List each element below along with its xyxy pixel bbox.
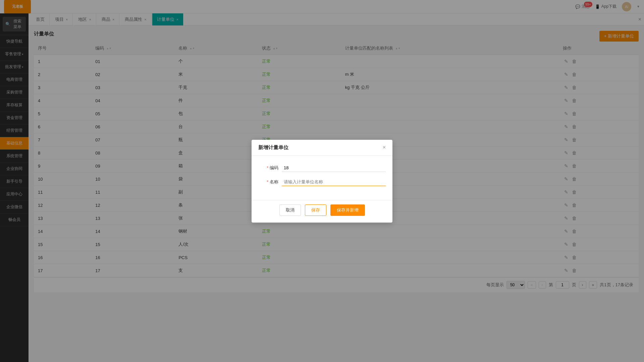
name-label: 名称 bbox=[258, 179, 278, 185]
cancel-button[interactable]: 取消 bbox=[279, 204, 301, 216]
add-unit-dialog: 新增计量单位 × 编码 名称 取消 保存 保存并新增 bbox=[252, 140, 392, 223]
code-input[interactable] bbox=[282, 164, 386, 172]
dialog-header: 新增计量单位 × bbox=[252, 140, 392, 156]
dialog-close-btn[interactable]: × bbox=[383, 145, 386, 150]
form-item-code: 编码 bbox=[258, 164, 386, 172]
name-input[interactable] bbox=[282, 178, 386, 186]
dialog-title: 新增计量单位 bbox=[258, 144, 288, 151]
dialog-overlay[interactable]: 新增计量单位 × 编码 名称 取消 保存 保存并新增 bbox=[0, 0, 644, 362]
dialog-footer: 取消 保存 保存并新增 bbox=[252, 200, 392, 223]
code-label: 编码 bbox=[258, 165, 278, 171]
form-item-name: 名称 bbox=[258, 178, 386, 186]
save-and-new-button[interactable]: 保存并新增 bbox=[330, 204, 365, 216]
dialog-body: 编码 名称 bbox=[252, 156, 392, 200]
save-button[interactable]: 保存 bbox=[305, 204, 326, 216]
